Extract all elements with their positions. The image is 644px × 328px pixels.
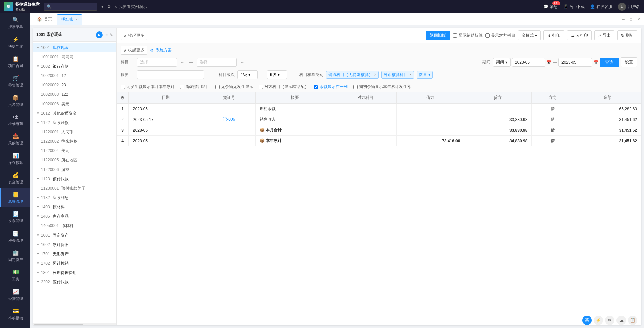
tag-normal[interactable]: 普通科目（无特殊核算） ×: [326, 71, 379, 79]
cb-year-balance-input[interactable]: [353, 85, 358, 89]
tree-item-1801[interactable]: ▼1801长期待摊费用: [33, 268, 116, 277]
sidebar-item-business[interactable]: 📈 经营管理: [0, 285, 30, 305]
sidebar-item-retail[interactable]: 🛒 零售管理: [0, 72, 30, 91]
setting-btn[interactable]: 设置: [621, 57, 637, 67]
sidebar-item-inventory[interactable]: 📊 库存核算: [0, 149, 30, 169]
message-action[interactable]: 💬 消息 99+: [543, 4, 558, 10]
tree-item-11220001[interactable]: 11220001人民币: [33, 127, 116, 137]
refresh-btn[interactable]: ↻ 刷新: [617, 30, 637, 40]
tree-item-1002[interactable]: ▼1002银行存款: [33, 62, 116, 71]
period-from-input[interactable]: [512, 58, 545, 67]
level-to-select[interactable]: 6级 ▾: [267, 70, 287, 79]
tree-item-1602[interactable]: ▼1602累计折旧: [33, 240, 116, 249]
sidebar-item-fixedasset[interactable]: 🏢 固定资产: [0, 246, 30, 266]
win-max-btn[interactable]: □: [629, 17, 634, 22]
tree-item-1123[interactable]: ▼1123预付账款: [33, 174, 116, 184]
tab-detail[interactable]: 明细账 ×: [57, 14, 82, 25]
show-counter-checkbox[interactable]: 显示对方科目: [485, 32, 515, 38]
user-profile[interactable]: U 用户名: [618, 3, 640, 11]
tree-item-1405[interactable]: ▼1405库存商品: [33, 212, 116, 221]
tab-home[interactable]: 🏠 首页: [33, 14, 56, 25]
sidebar-item-salary[interactable]: 💵 工资: [0, 266, 30, 285]
tag-quantity[interactable]: 数量 ▾: [417, 71, 433, 79]
translate-btn[interactable]: 英: [582, 316, 592, 325]
tree-item-11230001[interactable]: 11230001预付账款美子: [33, 184, 116, 193]
filter-scheme[interactable]: ⚙ 系统方案: [150, 47, 172, 53]
voucher-link-1[interactable]: 记-006: [223, 117, 235, 122]
tree-item-2202[interactable]: ▼2202应付账款: [33, 277, 116, 287]
subject-to-input[interactable]: 选择...: [197, 58, 237, 67]
tag-normal-close[interactable]: ×: [374, 72, 376, 77]
tree-item-10020001[interactable]: 1002000112: [33, 71, 116, 80]
cb-no-occurrence[interactable]: 无余额无发生显示: [215, 84, 253, 90]
cb-balance-col[interactable]: 余额显示在一列: [314, 84, 348, 90]
tree-item-1132[interactable]: ▼1132应收利息: [33, 193, 116, 202]
tree-item-11220004[interactable]: 11220004美元: [33, 146, 116, 155]
calendar-from-icon[interactable]: 📅: [547, 60, 552, 65]
counter-checkbox-input[interactable]: [485, 33, 490, 38]
tree-item-10010001[interactable]: 10010001同同同: [33, 52, 116, 62]
sidebar-item-finance[interactable]: 💰 资金管理: [0, 169, 30, 188]
tree-item-1122[interactable]: ▼1122应收账款: [33, 118, 116, 127]
cb-counterpart[interactable]: 对方科目（显示辅助项）: [259, 84, 309, 90]
tree-item-11220002[interactable]: 11220002往来标签: [33, 137, 116, 146]
filter-collapse-btn[interactable]: ∧ 收起更多: [121, 46, 147, 55]
win-min-btn[interactable]: ─: [620, 17, 626, 22]
show-helper-checkbox[interactable]: 显示辅助核算: [453, 32, 483, 38]
win-close-btn[interactable]: ×: [636, 17, 641, 22]
sidebar-item-tax[interactable]: 📑 税务管理: [0, 227, 30, 246]
cb-no-occurrence-input[interactable]: [215, 85, 220, 89]
cb-counterpart-input[interactable]: [259, 85, 263, 89]
sidebar-item-accounting[interactable]: 📒 总账管理: [0, 188, 30, 207]
settings-icon[interactable]: ⚙: [107, 4, 111, 9]
sidebar-item-purchase[interactable]: 📥 采购管理: [0, 130, 30, 149]
tree-item-1001[interactable]: ▼1001库存现金: [33, 43, 116, 52]
tag-forex[interactable]: 外币核算科目 ×: [381, 71, 414, 79]
edit-icon[interactable]: ✎: [110, 32, 113, 37]
list-icon[interactable]: ≡: [105, 32, 108, 37]
tree-item-1403[interactable]: ▼1403原材料: [33, 202, 116, 212]
cb-hide-disabled[interactable]: 隐藏禁用科目: [180, 84, 210, 90]
sidebar-item-wholesale[interactable]: 📦 批发管理: [0, 91, 30, 111]
cloud-print-btn[interactable]: ☁ 云打印: [567, 30, 592, 40]
period-type-select[interactable]: 期间 ▾: [493, 58, 511, 67]
tab-close-icon[interactable]: ×: [75, 18, 77, 21]
demo-link[interactable]: ○ 我要看实例演示: [115, 4, 147, 10]
sidebar-item-quicknav[interactable]: ⚡ 快捷导航: [0, 33, 30, 52]
helper-checkbox-input[interactable]: [453, 33, 457, 38]
cb-hide-disabled-input[interactable]: [180, 85, 184, 89]
subject-input[interactable]: 选择...: [137, 58, 177, 67]
export-btn[interactable]: ↗ 导出: [594, 30, 614, 40]
nav-next-arrow[interactable]: ▶: [96, 31, 103, 38]
online-service-action[interactable]: 👤 在线客服: [590, 4, 612, 10]
summary-input[interactable]: [137, 70, 204, 79]
cb-balance-col-input[interactable]: [314, 85, 318, 89]
sidebar-item-ecommerce[interactable]: 🛍 小畅电商: [0, 111, 30, 130]
sidebar-item-basic[interactable]: ℹ 基础信息: [0, 324, 30, 328]
cb-no-balance[interactable]: 无发生额显示本月本年累计: [121, 84, 175, 90]
tree-item-10020003[interactable]: 10020003122: [33, 90, 116, 99]
tree-item-1601[interactable]: ▼1601固定资产: [33, 231, 116, 240]
cb-year-balance[interactable]: 期初余额显示本年累计发生额: [353, 84, 411, 90]
cb-no-balance-input[interactable]: [121, 85, 125, 89]
tree-item-1012[interactable]: ▼1012其他货币资金: [33, 109, 116, 118]
tree-item-1702[interactable]: ▼1702累计摊销: [33, 259, 116, 268]
tree-item-1701[interactable]: ▼1701无形资产: [33, 249, 116, 259]
lightning-btn[interactable]: ⚡: [594, 316, 603, 325]
cloud-btn[interactable]: ☁: [616, 316, 626, 325]
tree-item-10020006[interactable]: 10020006美元: [33, 99, 116, 109]
back-old-btn[interactable]: 返回旧版: [426, 31, 450, 40]
dropdown-arrow[interactable]: ▾: [101, 4, 103, 9]
td-voucher-1[interactable]: 记-006: [203, 114, 255, 125]
expand-filter-btn[interactable]: ∧ 收起更多: [121, 31, 147, 40]
sidebar-item-invoice[interactable]: 🧾 发票管理: [0, 207, 30, 227]
tag-forex-close[interactable]: ×: [409, 72, 412, 77]
edit-btn[interactable]: ✏: [605, 316, 614, 325]
print-btn[interactable]: 🖨 打印: [543, 30, 564, 40]
sidebar-item-project[interactable]: 📋 项目合同: [0, 52, 30, 72]
tree-item-10020002[interactable]: 1002000223: [33, 80, 116, 90]
tree-item-14050001[interactable]: 14050001原材料: [33, 221, 116, 231]
clipboard-btn[interactable]: 📋: [628, 316, 637, 325]
tree-item-11220006[interactable]: 11220006游戏: [33, 165, 116, 174]
amount-format-btn[interactable]: 金额式 ▾: [518, 30, 541, 40]
